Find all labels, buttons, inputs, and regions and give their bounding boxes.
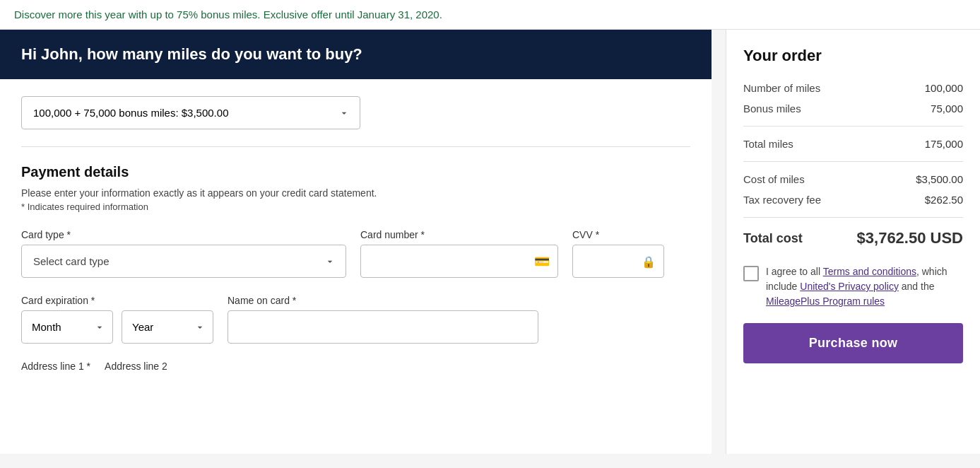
terms-checkbox[interactable] <box>743 266 759 281</box>
order-row-total-miles: Total miles 175,000 <box>743 138 963 150</box>
address-row: Address line 1 * Address line 2 <box>21 361 690 376</box>
terms-wrapper: I agree to all Terms and conditions, whi… <box>743 264 963 309</box>
bonus-value: 75,000 <box>931 103 963 115</box>
required-note: * Indicates required information <box>21 201 690 212</box>
order-row-bonus: Bonus miles 75,000 <box>743 103 963 115</box>
cvv-group: CVV * 🔒 <box>572 229 664 278</box>
cost-label: Cost of miles <box>743 173 805 185</box>
miles-value: 100,000 <box>925 82 963 94</box>
purchase-button[interactable]: Purchase now <box>743 323 963 363</box>
order-divider-3 <box>743 217 963 218</box>
card-number-group: Card number * 💳 <box>360 229 558 278</box>
order-row-tax: Tax recovery fee $262.50 <box>743 194 963 206</box>
tax-value: $262.50 <box>925 194 963 206</box>
card-expiration-label: Card expiration * <box>21 295 213 306</box>
payment-title: Payment details <box>21 164 690 180</box>
cost-value: $3,500.00 <box>916 173 963 185</box>
year-select[interactable]: Year 2020 2021 2022 2023 2024 2025 <box>122 310 213 344</box>
total-cost-value: $3,762.50 USD <box>857 229 963 247</box>
credit-card-icon: 💳 <box>534 254 550 269</box>
order-row-miles: Number of miles 100,000 <box>743 82 963 94</box>
order-divider-1 <box>743 126 963 127</box>
order-panel: Your order Number of miles 100,000 Bonus… <box>726 30 980 454</box>
mileageplus-link[interactable]: MileagePlus Program rules <box>766 296 885 307</box>
card-number-input[interactable] <box>360 245 558 278</box>
month-select[interactable]: Month January February March April May J… <box>21 310 113 344</box>
main-content: Hi John, how many miles do you want to b… <box>0 30 712 454</box>
card-expiration-group: Card expiration * Month January February… <box>21 295 213 344</box>
expiry-selects: Month January February March April May J… <box>21 310 213 344</box>
card-info-row: Card type * Select card type Card number… <box>21 229 690 278</box>
promo-banner: Discover more this year with up to 75% b… <box>0 0 980 30</box>
expiry-name-row: Card expiration * Month January February… <box>21 295 690 344</box>
promo-text: Discover more this year with up to 75% b… <box>14 8 442 21</box>
address-line1-label: Address line 1 * <box>21 361 90 372</box>
privacy-link[interactable]: United's Privacy policy <box>800 281 899 292</box>
terms-text-1: I agree to all <box>766 266 823 277</box>
address-line2-group: Address line 2 <box>105 361 167 376</box>
miles-select[interactable]: 100,000 + 75,000 bonus miles: $3,500.00 <box>21 96 360 129</box>
address-line2-label: Address line 2 <box>105 361 167 372</box>
card-type-label: Card type * <box>21 229 346 240</box>
miles-label: Number of miles <box>743 82 820 94</box>
card-number-label: Card number * <box>360 229 558 240</box>
section-divider <box>21 146 690 147</box>
card-type-select[interactable]: Select card type <box>21 245 346 278</box>
miles-dropdown-wrapper: 100,000 + 75,000 bonus miles: $3,500.00 <box>21 96 690 129</box>
content-body: 100,000 + 75,000 bonus miles: $3,500.00 … <box>0 79 712 393</box>
order-row-cost: Cost of miles $3,500.00 <box>743 173 963 185</box>
total-cost-label: Total cost <box>743 231 803 246</box>
name-on-card-label: Name on card * <box>228 295 538 306</box>
terms-link[interactable]: Terms and conditions <box>823 266 916 277</box>
lock-icon: 🔒 <box>642 255 656 268</box>
tax-label: Tax recovery fee <box>743 194 821 206</box>
order-total-row: Total cost $3,762.50 USD <box>743 229 963 247</box>
payment-subtitle: Please enter your information exactly as… <box>21 187 690 199</box>
address-line1-group: Address line 1 * <box>21 361 90 376</box>
card-number-wrapper: 💳 <box>360 245 558 278</box>
name-on-card-group: Name on card * <box>228 295 538 344</box>
cvv-wrapper: 🔒 <box>572 245 664 278</box>
hero-header: Hi John, how many miles do you want to b… <box>0 30 712 79</box>
card-type-group: Card type * Select card type <box>21 229 346 278</box>
terms-text-3: and the <box>899 281 935 292</box>
name-on-card-input[interactable] <box>228 310 538 344</box>
order-title: Your order <box>743 47 963 65</box>
payment-section: Payment details Please enter your inform… <box>21 164 690 376</box>
bonus-label: Bonus miles <box>743 103 801 115</box>
hero-title: Hi John, how many miles do you want to b… <box>21 45 362 63</box>
terms-text: I agree to all Terms and conditions, whi… <box>766 264 963 309</box>
cvv-label: CVV * <box>572 229 664 240</box>
total-miles-value: 175,000 <box>925 138 963 150</box>
order-divider-2 <box>743 161 963 162</box>
total-miles-label: Total miles <box>743 138 793 150</box>
